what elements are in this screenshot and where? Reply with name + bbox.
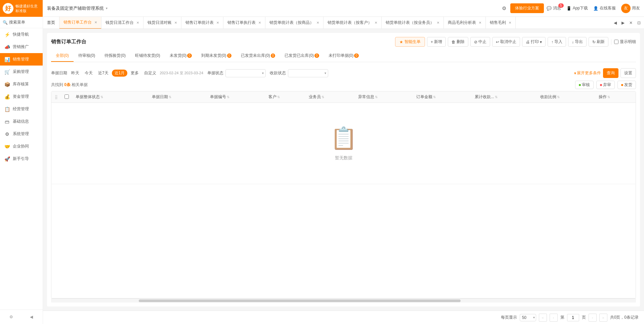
solution-button[interactable]: 体验行业方案 [510, 3, 544, 13]
sidebar-item-finance[interactable]: 💰资金管理 [0, 90, 43, 103]
col-header-operation[interactable]: 操作⇅ [595, 91, 636, 103]
date-option-昨天[interactable]: 昨天 [69, 70, 81, 77]
tab-close-icon[interactable]: ✕ [316, 21, 319, 25]
sidebar-item-operation[interactable]: 📋经营管理 [0, 103, 43, 115]
tab-label: 销售毛利 [490, 20, 506, 26]
tab-close-icon[interactable]: ✕ [375, 21, 377, 25]
tab-sales-workbench[interactable]: 销售订单工作台✕ [59, 17, 101, 29]
tab-close-icon[interactable]: ✕ [437, 21, 439, 25]
settings-btn[interactable]: 设置 [620, 68, 636, 78]
online-service-item[interactable]: 👤 在线客服 [593, 5, 616, 11]
tab-home[interactable]: 首页 [43, 17, 59, 29]
delete-btn[interactable]: 🗑 删除 [448, 37, 468, 47]
sub-tab-delivered-not-out[interactable]: 已发货未出库(0)0 [236, 50, 280, 62]
tab-prev-btn[interactable]: ◀ [612, 19, 619, 27]
sidebar-item-system[interactable]: ⚙系统管理 [0, 128, 43, 140]
collapse-btn[interactable]: ◀ [23, 313, 40, 321]
tab-sales-stats[interactable]: 销售订单统计表✕ [181, 17, 223, 29]
col-header-staff[interactable]: 业务员⇅ [305, 91, 355, 103]
col-header-customer[interactable]: 客户⇅ [265, 91, 305, 103]
last-page-btn[interactable]: » [599, 314, 607, 322]
sub-tab-all[interactable]: 全部(0) [51, 50, 74, 62]
tab-sales-customer[interactable]: 销货单统计表（按客户）✕ [324, 17, 382, 29]
cancel-review-btn[interactable]: 弃审 [596, 81, 615, 89]
tab-cash-reconcile[interactable]: 钱货日清对账✕ [143, 17, 181, 29]
tab-cash-daily[interactable]: 钱货日清工作台✕ [101, 17, 143, 29]
sidebar-item-basic[interactable]: 🗃基础信息 [0, 115, 43, 128]
check-all[interactable] [65, 94, 69, 99]
expand-more-btn[interactable]: ▾ 展开更多条件 [574, 70, 601, 76]
tab-sales-exec[interactable]: 销售订单执行表✕ [223, 17, 265, 29]
status-select[interactable] [225, 69, 266, 77]
page-size-select[interactable]: 50 20 100 [520, 314, 536, 321]
sub-tab-wangpu-deliver[interactable]: 旺铺待发货(0) [130, 50, 165, 62]
col-header-status[interactable]: 单据整体状态⇅ [72, 91, 148, 103]
tab-close-icon[interactable]: ✕ [136, 21, 139, 25]
app-download-item[interactable]: 📱 App下载 [566, 5, 588, 11]
tab-close-icon[interactable]: ✕ [258, 21, 261, 25]
date-option-近1月[interactable]: 近1月 [112, 70, 128, 77]
stop-btn[interactable]: ⊘ 中止 [470, 37, 490, 47]
settings-btn[interactable]: ⚙ [3, 313, 20, 321]
date-option-今天[interactable]: 今天 [83, 70, 95, 77]
col-header-number[interactable]: 单据编号⇅ [207, 91, 265, 103]
col-header-amount[interactable]: 订单金额⇅ [413, 91, 471, 103]
horizontal-scrollbar[interactable] [51, 298, 636, 302]
topbar-gear-icon[interactable]: ⚙ [501, 4, 508, 13]
review-btn[interactable]: 审核 [575, 81, 594, 89]
sub-tab-not-printed[interactable]: 未打印单据(0)0 [324, 50, 363, 62]
export-btn[interactable]: ↓ 导出 [568, 37, 587, 47]
tab-close-all-btn[interactable]: ✕ [627, 19, 635, 27]
sub-tab-not-delivered[interactable]: 未发货(0)0 [165, 50, 197, 62]
tab-sales-earn[interactable]: 销售毛利✕ [486, 17, 516, 29]
tab-close-icon[interactable]: ✕ [94, 21, 97, 24]
tab-close-icon[interactable]: ✕ [174, 21, 177, 25]
payment-select[interactable] [288, 69, 328, 77]
sub-tab-pending-review[interactable]: 待审核(0) [74, 50, 100, 62]
tab-sales-staff[interactable]: 销货单统计表（按业务员）✕ [382, 17, 444, 29]
sub-tab-delivered-out[interactable]: 已发货已出库(0)0 [280, 50, 324, 62]
sidebar-item-purchase[interactable]: 🛒采购管理 [0, 66, 43, 78]
smart-create-btn[interactable]: ★ 智能生单 [395, 37, 425, 47]
tab-close-icon[interactable]: ✕ [479, 21, 481, 25]
sidebar-item-inventory[interactable]: 📦库存核算 [0, 78, 43, 90]
sidebar-item-newbie[interactable]: 🚀新手引导 [0, 153, 43, 165]
tab-expand-btn[interactable]: ⊡ [635, 19, 643, 27]
tab-close-icon[interactable]: ✕ [216, 21, 219, 25]
page-input[interactable] [567, 314, 579, 321]
sidebar-item-enterprise[interactable]: 🤝企业协同 [0, 140, 43, 153]
sidebar-item-sales[interactable]: 📊销售管理 [0, 53, 43, 66]
scrollbar-thumb[interactable] [139, 299, 461, 302]
col-header-abnormal[interactable]: 异常信息⇅ [355, 91, 413, 103]
col-header-date[interactable]: 单据日期⇅ [148, 91, 207, 103]
print-btn[interactable]: 🖨 打印 ▾ [522, 37, 546, 47]
tab-next-btn[interactable]: ▶ [619, 19, 627, 27]
message-item[interactable]: 💬 消息 5 [547, 5, 561, 11]
sidebar-search[interactable]: 🔍 搜索菜单 [0, 17, 43, 28]
import-btn[interactable]: ↑ 导入 [548, 37, 566, 47]
sub-tab-pending-check[interactable]: 待拣验货(0) [100, 50, 130, 62]
add-btn[interactable]: + 新增 [427, 37, 446, 47]
col-header-ratio[interactable]: 收款比例⇅ [537, 91, 595, 103]
sub-tab-overdue-deliver[interactable]: 到期未发货(0)0 [197, 50, 236, 62]
tab-sales-product[interactable]: 销货单统计表（按商品）✕ [265, 17, 324, 29]
next-page-btn[interactable]: › [589, 314, 597, 322]
tab-close-icon[interactable]: ✕ [509, 21, 511, 25]
sidebar-item-marketing[interactable]: 📣营销推广 [0, 41, 43, 53]
user-item[interactable]: 友 用友 [621, 4, 640, 13]
cancel-stop-btn[interactable]: ↩ 取消中止 [492, 37, 520, 47]
show-detail-input[interactable] [614, 40, 618, 44]
sidebar-item-quick-nav[interactable]: ⚡快捷导航 [0, 28, 43, 41]
refresh-btn[interactable]: ↻ 刷新 [589, 37, 608, 47]
query-btn[interactable]: 查询 [603, 68, 618, 78]
topbar-dropdown-icon[interactable]: ▾ [106, 6, 108, 10]
date-option-自定义[interactable]: 自定义 [142, 70, 158, 77]
date-option-近7天[interactable]: 近7天 [96, 70, 111, 77]
date-option-更多[interactable]: 更多 [129, 70, 141, 77]
tab-gross-profit[interactable]: 商品毛利分析表✕ [444, 17, 486, 29]
deliver-btn[interactable]: 发货 [617, 81, 636, 89]
col-header-collected[interactable]: 累计收款...⇅ [471, 91, 537, 103]
prev-page-btn[interactable]: ‹ [550, 314, 558, 322]
first-page-btn[interactable]: « [539, 314, 547, 322]
show-detail-checkbox[interactable]: 显示明细 [614, 39, 636, 45]
